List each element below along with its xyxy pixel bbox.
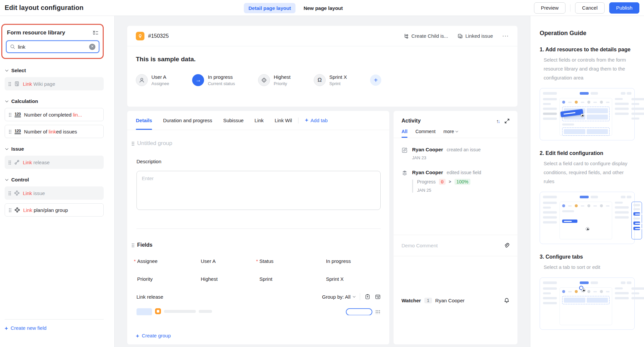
linked-issue-icon (457, 33, 463, 39)
linked-issue-button[interactable]: Linked issue (457, 33, 493, 39)
field-card-link-wiki-page[interactable]: Link Wiki page (5, 77, 104, 90)
tab-duration-progress[interactable]: Duration and progress (163, 111, 212, 130)
drag-handle-icon[interactable] (132, 141, 134, 146)
filter-panel-icon[interactable] (375, 294, 381, 300)
section-select[interactable]: Select (6, 68, 104, 73)
more-actions-icon[interactable]: ··· (502, 33, 509, 39)
field-card-label: Link release (23, 160, 50, 165)
search-input[interactable] (18, 44, 86, 50)
link-release-label[interactable]: Link release (136, 294, 163, 300)
activity-user[interactable]: Ryan Cooper (412, 147, 443, 152)
drag-handle-icon[interactable] (9, 113, 11, 117)
field-card-number-completed-linked[interactable]: 123 Number of completed lin... (5, 108, 104, 121)
untitled-group-header[interactable]: Untitled group (132, 140, 381, 147)
collapse-fields-icon[interactable] (93, 30, 98, 35)
tab-details[interactable]: Details (136, 111, 152, 130)
activity-tab-more[interactable]: more (444, 129, 458, 138)
field-card-number-linked-issues[interactable]: 123 Number of linked issues (5, 125, 104, 138)
create-child-issue-button[interactable]: Create Child is... (403, 33, 448, 39)
group-by-dropdown[interactable]: Group by: All (322, 294, 355, 300)
description-input[interactable]: Enter (136, 171, 381, 210)
chip-label: Priority (274, 81, 291, 86)
activity-date: JAN 25 (417, 188, 481, 193)
add-field-chip-button[interactable]: + (370, 74, 381, 86)
section-issue[interactable]: Issue (6, 146, 104, 152)
status-chip[interactable]: → In progressCurrent status (192, 74, 235, 86)
preview-button[interactable]: Preview (534, 2, 565, 14)
topbar-actions: Preview Cancel Publish (534, 2, 639, 14)
library-sections: Select Link Wiki page Calculation 123 Nu… (0, 59, 114, 217)
section-control[interactable]: Control (6, 177, 104, 182)
drag-handle-icon[interactable] (9, 129, 11, 134)
field-label-priority[interactable]: Priority (136, 276, 201, 282)
drag-handle-icon[interactable] (8, 160, 11, 165)
bell-icon[interactable] (504, 298, 510, 303)
field-value-status[interactable]: In progress (326, 258, 351, 264)
linked-release-item-clipped[interactable] (136, 308, 381, 315)
sprint-chip[interactable]: Ω Sprint XSprint (314, 74, 347, 86)
clear-search-icon[interactable]: × (89, 44, 95, 50)
field-value-sprint[interactable]: Sprint X (326, 276, 344, 282)
release-text-placeholder (164, 310, 196, 313)
publish-button[interactable]: Publish (609, 2, 639, 14)
activity-user[interactable]: Ryan Cooper (412, 170, 443, 175)
create-group-button[interactable]: + Create group (127, 328, 389, 344)
create-new-field-button[interactable]: + Create new field (5, 319, 104, 347)
guide-illustration-drag (540, 88, 635, 140)
watcher-label: Watcher (402, 298, 421, 303)
field-value-priority[interactable]: Highest (201, 276, 259, 282)
comment-placeholder: Demo Comment (402, 243, 438, 248)
comment-input[interactable]: Demo Comment (394, 235, 517, 256)
cancel-button[interactable]: Cancel (575, 2, 605, 14)
page-title: Edit layout configuration (5, 4, 83, 12)
guide-step-3-body: Select a tab to sort or edit (540, 263, 635, 272)
control-card-link-plan[interactable]: Link plan/plan group (5, 203, 104, 217)
drag-handle-icon[interactable] (9, 208, 11, 212)
more-tab-label: more (444, 129, 454, 134)
release-more-icon (375, 310, 381, 314)
section-calculation[interactable]: Calculation (6, 98, 104, 104)
operation-guide-panel: Operation Guide 1. Add resources to the … (530, 16, 644, 347)
tab-link-wil[interactable]: Link Wil (275, 111, 292, 130)
section-label: Control (11, 177, 29, 182)
field-label-assignee[interactable]: *Assignee (136, 258, 201, 264)
guide-step-2-heading: 2. Edit field configuration (540, 149, 635, 158)
watcher-name[interactable]: Ryan Cooper (435, 298, 464, 303)
details-card: Details Duration and progress Subissue L… (127, 111, 389, 344)
section-label: Select (11, 68, 26, 73)
field-card-link-release[interactable]: Link release (5, 156, 104, 169)
chip-label: Assignee (151, 81, 169, 86)
expand-icon[interactable] (505, 119, 510, 124)
tab-new-page-layout[interactable]: New page layout (299, 3, 347, 13)
child-tree-icon (403, 33, 409, 39)
drag-handle-icon[interactable] (132, 243, 134, 247)
activity-action: edited issue field (447, 170, 481, 175)
field-label-sprint[interactable]: Sprint (259, 276, 326, 282)
release-status-pill (346, 308, 372, 315)
activity-tab-comment[interactable]: Comment (415, 129, 436, 138)
tab-link[interactable]: Link (254, 111, 264, 130)
activity-tab-all[interactable]: All (402, 129, 407, 138)
field-change-block: Progress 0 > 100% JAN 25 (412, 179, 481, 193)
board-view-icon[interactable] (365, 294, 370, 300)
changed-field-name: Progress (417, 179, 436, 184)
control-card-link-issue[interactable]: Link issue (5, 186, 104, 200)
drag-handle-icon[interactable] (8, 82, 11, 86)
chevron-down-icon (5, 68, 9, 72)
attachment-paperclip-icon[interactable] (504, 243, 510, 248)
priority-chip[interactable]: HighestPriority (258, 74, 291, 86)
field-label-status[interactable]: *Status (259, 258, 326, 264)
drag-handle-icon[interactable] (8, 191, 11, 195)
sort-order-icon[interactable]: ↑↓ (496, 118, 499, 124)
tab-subissue[interactable]: Subissue (223, 111, 244, 130)
fields-group-header[interactable]: Fields (132, 242, 381, 248)
group-title-placeholder[interactable]: Untitled group (137, 140, 172, 147)
top-bar: Edit layout configuration Detail page la… (0, 0, 644, 16)
field-value-assignee[interactable]: User A (201, 258, 259, 264)
add-tab-button[interactable]: + Add tab (305, 117, 328, 124)
tab-detail-page-layout[interactable]: Detail page layout (244, 3, 295, 13)
avatar-icon (136, 74, 148, 86)
assignee-chip[interactable]: User AAssignee (136, 74, 169, 86)
description-label: Description (136, 159, 381, 164)
divider (360, 293, 360, 300)
